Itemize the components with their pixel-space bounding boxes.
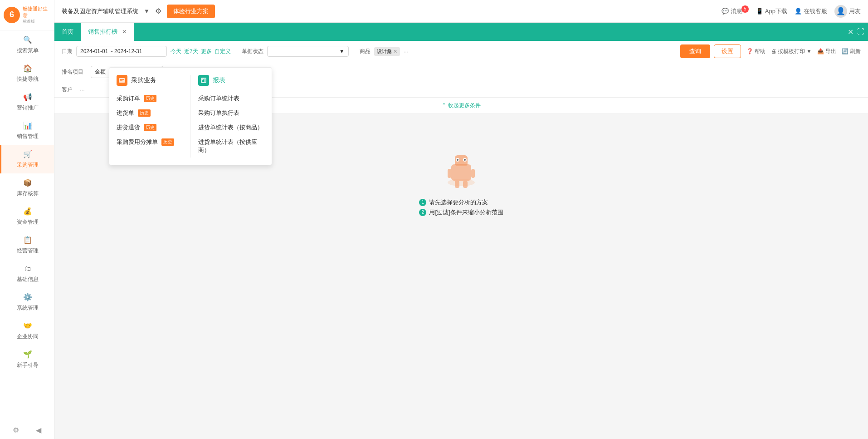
avatar: 👤 — [834, 5, 847, 18]
goods-tag: 设计桑 ✕ — [374, 47, 400, 56]
sidebar-collapse-btn[interactable]: ◀ — [36, 426, 41, 434]
message-icon: 💬 — [722, 8, 729, 15]
user-btn[interactable]: 👤 用友 — [834, 5, 861, 18]
sidebar-label-system: 系统管理 — [17, 304, 39, 312]
refresh-icon: 🔄 — [842, 48, 848, 54]
header-settings-btn[interactable]: ⚙ — [155, 7, 161, 15]
sidebar-item-basic-info[interactable]: 🗂 基础信息 — [0, 259, 54, 288]
svg-rect-8 — [471, 169, 475, 178]
message-badge: 5 — [741, 5, 749, 13]
header-right: 💬 消息 5 📱 App下载 👤 在线客服 👤 用友 — [722, 5, 861, 18]
shortcut-custom[interactable]: 自定义 — [215, 48, 231, 55]
app-download-btn[interactable]: 📱 App下载 — [756, 7, 787, 15]
refresh-btn[interactable]: 🔄 刷新 — [842, 48, 861, 55]
sidebar-item-system[interactable]: ⚙️ 系统管理 — [0, 288, 54, 316]
menu-item-inbound[interactable]: 进货单 历史 — [117, 106, 190, 120]
menu-item-report2[interactable]: 采购订单执行表 — [198, 106, 264, 120]
online-service-btn[interactable]: 👤 在线客服 — [795, 7, 827, 15]
tab-close-icon[interactable]: ✕ — [122, 29, 127, 35]
customer-label: 客户 — [62, 86, 73, 94]
sidebar-item-guide[interactable]: 🌱 新手引导 — [0, 345, 54, 374]
sidebar-label-quick-nav: 快捷导航 — [17, 75, 39, 83]
sidebar-item-quick-nav[interactable]: 🏠 快捷导航 — [0, 59, 54, 88]
customer-more[interactable]: ··· — [80, 86, 85, 93]
sidebar-label-basic-info: 基础信息 — [17, 276, 39, 283]
help-btn[interactable]: ❓ 帮助 — [746, 48, 766, 55]
goods-more-icon[interactable]: ··· — [404, 48, 409, 55]
hint1-number: 1 — [419, 199, 426, 206]
sidebar-label-guide: 新手引导 — [17, 361, 39, 369]
top-header: 装备及固定资产辅助管理系统 ▼ ⚙ 体验行业方案 💬 消息 5 📱 App下载 … — [54, 0, 868, 23]
empty-svg-icon — [439, 146, 484, 192]
date-range-input[interactable]: 2024-01-01 ~ 2024-12-31 — [76, 46, 167, 57]
print-label: 按模板打印 — [778, 48, 805, 55]
menu-item-report3[interactable]: 进货单统计表（按商品） — [198, 120, 264, 135]
sidebar-logo: 6 畅捷通好生意 标准版 — [0, 0, 54, 30]
menu-item-return[interactable]: 进货退货 历史 — [117, 120, 190, 135]
sidebar-label-operation: 经营管理 — [17, 247, 39, 255]
filter-top-section: 日期 2024-01-01 ~ 2024-12-31 今天 近7天 更多 自定义… — [62, 46, 680, 57]
industry-btn[interactable]: 体验行业方案 — [167, 5, 215, 18]
sidebar-label-finance: 资金管理 — [17, 218, 39, 226]
menu-item-report4[interactable]: 进货单统计表（按供应商） — [198, 135, 264, 158]
settings-button[interactable]: 设置 — [714, 44, 741, 58]
sidebar-item-operation[interactable]: 📋 经营管理 — [0, 231, 54, 259]
shortcut-7days[interactable]: 近7天 — [184, 48, 198, 55]
menu-item-return-label: 进货退货 — [117, 123, 140, 132]
tab-home-label: 首页 — [62, 28, 73, 36]
goods-label: 商品 — [360, 48, 371, 55]
sidebar-item-enterprise[interactable]: 🤝 企业协同 — [0, 316, 54, 345]
purchase-menu-section: 采购业务 采购订单 历史 进货单 历史 进货退货 历史 — [117, 75, 190, 158]
tab-close-all-icon[interactable]: ✕ — [848, 28, 853, 36]
tab-home[interactable]: 首页 — [54, 23, 81, 41]
help-icon: ❓ — [746, 48, 753, 54]
tab-bar-right: ✕ ⛶ — [848, 28, 868, 36]
tab-expand-icon[interactable]: ⛶ — [857, 28, 864, 36]
svg-rect-1 — [451, 164, 471, 181]
guide-icon: 🌱 — [23, 350, 33, 360]
ranking-label: 排名项目 — [62, 68, 83, 76]
logo-badge: 标准版 — [23, 19, 50, 25]
message-label: 消息 — [731, 7, 742, 15]
shortcut-today[interactable]: 今天 — [171, 48, 181, 55]
message-btn[interactable]: 💬 消息 5 — [722, 7, 749, 15]
system-icon: ⚙️ — [23, 292, 33, 302]
menu-item-expense[interactable]: 采购费用分摊单 历史 — [117, 135, 190, 149]
sidebar-item-inventory[interactable]: 📦 库存核算 — [0, 173, 54, 202]
export-btn[interactable]: 📤 导出 — [817, 48, 836, 55]
shortcut-more[interactable]: 更多 — [201, 48, 212, 55]
status-select[interactable]: ▼ — [267, 46, 349, 57]
print-btn[interactable]: 🖨 按模板打印 ▼ — [771, 48, 812, 55]
tab-sales-rank[interactable]: 销售排行榜 ✕ — [81, 23, 134, 41]
goods-tag-close-icon[interactable]: ✕ — [393, 49, 397, 54]
svg-point-6 — [464, 159, 466, 161]
purchase-icon-svg — [118, 77, 126, 84]
sidebar-item-sales[interactable]: 📊 销售管理 — [0, 116, 54, 145]
query-button[interactable]: 查询 — [680, 44, 710, 58]
dropdown-arrow-icon: ▼ — [144, 8, 150, 15]
sidebar-item-marketing[interactable]: 📢 营销推广 — [0, 88, 54, 116]
search-icon: 🔍 — [23, 35, 33, 45]
sidebar-item-finance[interactable]: 💰 资金管理 — [0, 202, 54, 231]
menu-item-report2-label: 采购订单执行表 — [198, 109, 239, 117]
menu-item-expense-badge: 历史 — [161, 138, 174, 146]
sidebar-label-marketing: 营销推广 — [17, 104, 39, 112]
menu-item-inbound-badge: 历史 — [138, 109, 151, 117]
sidebar-settings-btn[interactable]: ⚙ — [13, 426, 19, 434]
sidebar-label-search: 搜索菜单 — [17, 47, 39, 54]
enterprise-icon: 🤝 — [23, 321, 33, 331]
tab-sales-rank-label: 销售排行榜 — [88, 28, 117, 36]
user-label: 用友 — [849, 7, 861, 15]
logo-text: 畅捷通好生意 — [23, 5, 50, 19]
svg-rect-7 — [448, 169, 451, 178]
menu-item-purchase-order[interactable]: 采购订单 历史 — [117, 91, 190, 106]
header-dropdown-btn[interactable]: ▼ — [144, 8, 150, 15]
sidebar-item-search[interactable]: 🔍 搜索菜单 — [0, 30, 54, 59]
sidebar-item-purchase[interactable]: 🛒 采购管理 — [0, 145, 54, 173]
chevron-up-icon: ⌃ — [442, 102, 446, 109]
print-icon: 🖨 — [771, 48, 776, 54]
system-title: 装备及固定资产辅助管理系统 — [62, 7, 138, 15]
refresh-label: 刷新 — [850, 48, 861, 55]
print-dropdown-icon: ▼ — [806, 48, 812, 54]
menu-item-report1[interactable]: 采购订单统计表 — [198, 91, 264, 106]
